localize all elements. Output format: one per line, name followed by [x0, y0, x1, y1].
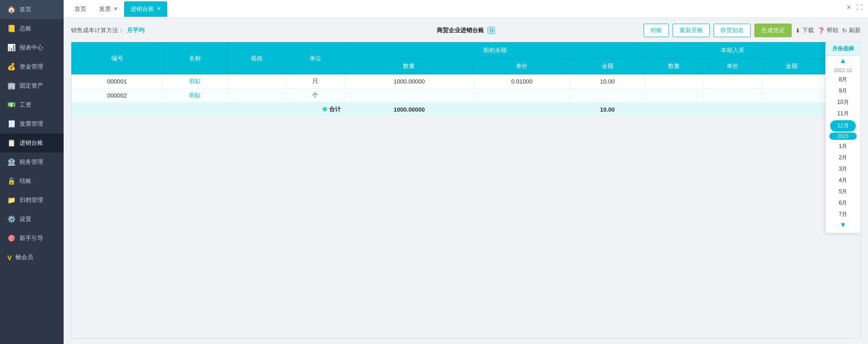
month-5[interactable]: 5月	[826, 186, 860, 197]
close-button[interactable]: ✕	[846, 4, 852, 11]
toolbar-left: 销售成本计算方法： 月平均	[71, 26, 145, 34]
refresh-label: 刷新	[849, 26, 861, 34]
col-sub-amount-init: 金额	[570, 59, 644, 74]
sidebar-item-label: 畅会员	[15, 253, 33, 261]
toolbar-center: 商贸企业进销台账 目	[437, 26, 495, 34]
name-link[interactable]: 前缸	[189, 78, 201, 84]
sidebar-item-funds[interactable]: 💰 资金管理	[0, 57, 64, 76]
month-10[interactable]: 10月	[826, 97, 860, 108]
month-11[interactable]: 11月	[826, 108, 860, 119]
sidebar-item-settings[interactable]: ⚙️ 设置	[0, 210, 64, 229]
sidebar-item-label: 进销台账	[20, 139, 43, 147]
help-button[interactable]: ❓ 帮助	[818, 26, 838, 34]
tab-invoice-label: 发票	[99, 5, 111, 13]
month-9[interactable]: 9月	[826, 85, 860, 97]
cell-price-in	[703, 74, 762, 88]
content-area: 销售成本计算方法： 月平均 商贸企业进销台账 目 对账 重新开账 存货别名 生成…	[64, 18, 868, 344]
tab-invoice[interactable]: 发票 ✕	[93, 1, 124, 17]
invoice-icon: 🧾	[7, 120, 16, 128]
table-wrapper: 编号 名称 规格 单位 期初余额 本期入库 数 数量 单价 金额 数	[71, 42, 861, 339]
sidebar-item-label: 工资	[20, 101, 31, 109]
tab-purchase[interactable]: 进销台账 ✕	[124, 1, 167, 17]
tab-invoice-close[interactable]: ✕	[114, 6, 118, 12]
reopen-button[interactable]: 重新开账	[673, 24, 710, 37]
cell-qty-in	[645, 88, 703, 103]
refresh-button[interactable]: ↻ 刷新	[842, 26, 861, 34]
cell-id: 000001	[72, 74, 163, 88]
cell-spec	[227, 74, 286, 88]
cell-qty-in	[645, 74, 703, 88]
salary-icon: 💵	[7, 101, 16, 109]
month-4[interactable]: 4月	[826, 175, 860, 186]
total-amount-init: 10.00	[570, 103, 644, 117]
sidebar-item-guide[interactable]: 🎯 新手引导	[0, 229, 64, 248]
tab-purchase-close[interactable]: ✕	[157, 6, 161, 12]
col-sub-qty-in: 数量	[645, 59, 703, 74]
info-icon[interactable]: 目	[488, 27, 495, 34]
help-label: 帮助	[827, 26, 838, 34]
save-alias-button[interactable]: 存货别名	[713, 24, 751, 37]
tax-icon: 🏦	[7, 158, 16, 166]
month-8[interactable]: 8月	[826, 74, 860, 85]
sidebar-item-reports[interactable]: 📊 报表中心	[0, 38, 64, 57]
member-icon: V	[7, 254, 12, 261]
sidebar-item-label: 资金管理	[20, 63, 43, 71]
tab-home[interactable]: 首页	[68, 1, 93, 17]
archive-icon: 📁	[7, 196, 16, 204]
cell-amount-in	[762, 88, 821, 103]
month-6[interactable]: 6月	[826, 197, 860, 209]
sidebar-item-label: 总账	[20, 25, 31, 33]
maximize-button[interactable]: ⛶	[856, 4, 863, 11]
month-1[interactable]: 1月	[826, 141, 860, 152]
cell-qty-init: 1000.00000	[345, 74, 474, 88]
sidebar-item-home[interactable]: 🏠 首页	[0, 0, 64, 19]
sidebar-item-salary[interactable]: 💵 工资	[0, 95, 64, 114]
sidebar-item-ledger[interactable]: 📒 总账	[0, 19, 64, 38]
table-row: 000001 前缸 只 1000.00000 0.01000 10.00	[72, 74, 860, 88]
sidebar: 🏠 首页 📒 总账 📊 报表中心 💰 资金管理 🏢 固定资产 💵 工资 🧾 发票…	[0, 0, 64, 344]
total-row: ⊕合计 1000.00000 10.00	[72, 103, 860, 117]
month-nav-down[interactable]: ▼	[826, 220, 860, 230]
download-button[interactable]: ⬇ 下载	[795, 26, 814, 34]
expand-icon[interactable]: ⊕	[322, 106, 327, 113]
cell-qty-init	[345, 88, 474, 103]
reconcile-button[interactable]: 对账	[644, 24, 669, 37]
cost-method-label: 销售成本计算方法：	[71, 26, 124, 34]
reports-icon: 📊	[7, 44, 16, 52]
sidebar-item-invoice[interactable]: 🧾 发票管理	[0, 114, 64, 133]
total-label: ⊕合计	[72, 103, 345, 117]
sidebar-item-label: 税务管理	[20, 158, 43, 166]
cell-unit: 只	[286, 74, 344, 88]
sidebar-item-purchase[interactable]: 📋 进销台账	[0, 133, 64, 152]
col-header-id: 编号	[72, 43, 163, 74]
month-nav-up[interactable]: ▲	[826, 56, 860, 66]
sidebar-item-tax[interactable]: 🏦 税务管理	[0, 152, 64, 172]
table-row: 000002 前缸 个	[72, 88, 860, 103]
name-link[interactable]: 前缸	[189, 92, 201, 98]
generate-voucher-button[interactable]: 生成凭证	[754, 24, 792, 37]
sidebar-item-archive[interactable]: 📁 归档管理	[0, 191, 64, 210]
purchase-icon: 📋	[7, 139, 16, 147]
sidebar-item-label: 新手引导	[20, 234, 43, 242]
total-qty-in	[645, 103, 703, 117]
col-header-in: 本期入库	[645, 43, 821, 59]
sidebar-item-assets[interactable]: 🏢 固定资产	[0, 76, 64, 95]
tab-bar: 首页 发票 ✕ 进销台账 ✕	[64, 0, 868, 18]
sidebar-item-label: 固定资产	[20, 82, 43, 90]
sidebar-item-member[interactable]: V 畅会员	[0, 248, 64, 267]
col-sub-amount-in: 金额	[762, 59, 821, 74]
cost-method-value: 月平均	[127, 26, 145, 34]
month-3[interactable]: 3月	[826, 163, 860, 175]
sidebar-item-label: 报表中心	[20, 44, 43, 52]
month-2[interactable]: 2月	[826, 152, 860, 163]
main-area: 首页 发票 ✕ 进销台账 ✕ 销售成本计算方法： 月平均 商贸企业进销台账 目 …	[64, 0, 868, 344]
cell-name: 前缸	[163, 74, 227, 88]
month-7[interactable]: 7月	[826, 209, 860, 220]
sidebar-item-closing[interactable]: 🔒 结账	[0, 172, 64, 191]
funds-icon: 💰	[7, 63, 16, 71]
month-12[interactable]: 12月	[830, 120, 856, 132]
help-icon: ❓	[818, 27, 825, 34]
toolbar-right: 对账 重新开账 存货别名 生成凭证 ⬇ 下载 ❓ 帮助 ↻ 刷新	[644, 24, 861, 37]
cell-price-init: 0.01000	[474, 74, 570, 88]
month-panel-title: 月份选择	[826, 42, 860, 56]
